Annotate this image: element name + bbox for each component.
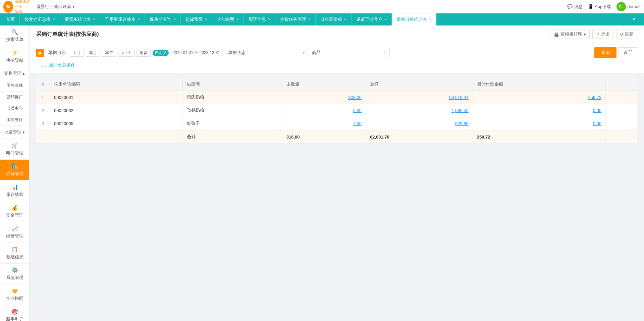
row-quantity[interactable]: 303.00 [282,91,366,104]
logo-line1: 畅捷通好生意 [15,0,33,9]
footer-extra [606,130,637,144]
goods-input[interactable]: ··· [323,48,390,57]
sidebar-item-retail-mgmt[interactable]: 零售管理 ▲ [0,67,29,80]
sidebar-item-label: 会员中心 [7,106,23,111]
page-header-actions: 🖨️ 按模板打印 ▾ ↗ 导出 ↺ 刷新 [550,30,637,39]
tab-close-icon[interactable]: × [93,17,95,22]
sidebar-item-operations[interactable]: 📈 经营管理 [0,222,29,243]
tab-home[interactable]: 首页 [1,13,20,25]
row-amount[interactable]: 525.80 [366,117,473,130]
message-button[interactable]: 💬 消息 [567,4,583,10]
search-button[interactable]: 查询 [594,47,616,58]
message-label: 消息 [574,4,583,10]
custom-date-tag[interactable]: 自定义 [153,50,169,56]
tab-close-icon[interactable]: × [173,17,176,22]
tab-purchase-order-stat[interactable]: 采购订单统计表 × [392,13,436,25]
maximize-icon[interactable]: □ [638,16,641,22]
date-btn-last-7-days[interactable]: 近7天 [118,49,135,57]
tab-cost-adjust[interactable]: 成本调整单 × [316,13,352,25]
close-all-tabs-icon[interactable]: × [632,16,635,22]
column-settings-icon[interactable]: ⚙ [40,82,46,87]
tab-label: 可用量库存账本 [105,16,136,22]
sidebar-item-ecommerce[interactable]: 🛒 电商管理 [0,139,29,160]
phone-icon: 📱 [588,4,593,9]
refresh-button[interactable]: ↺ 刷新 [616,30,637,39]
logo-line2: 标版 [15,9,33,14]
date-btn-last-month[interactable]: 上月 [70,49,84,57]
tab-pick-task[interactable]: 拣货任务管理 × [275,13,316,25]
tab-close-icon[interactable]: × [308,17,311,22]
tab-close-icon[interactable]: × [268,17,270,22]
tab-available-inv[interactable]: 可用量库存账本 × [100,13,145,25]
sidebar-item-retail-stat[interactable]: 零售统计 [0,114,29,126]
content-area: 采购订单统计表(按供应商) 🖨️ 按模板打印 ▾ ↗ 导出 ↺ 刷新 [30,25,644,321]
sidebar-item-enterprise-collab[interactable]: 🤝 企业协同 [0,284,29,305]
table-row: 1 00020001 惠氏奶粉 303.00 60,519.44 259.72 [36,91,637,104]
inventory-icon: 📊 [11,184,18,190]
tab-close-icon[interactable]: × [384,17,387,22]
tab-close-icon[interactable]: × [205,17,207,22]
row-amount[interactable]: 1,586.52 [366,104,473,117]
sidebar-item-system[interactable]: ⚙️ 系统管理 [0,264,29,284]
printer-icon: 🖨️ [554,32,559,37]
workspace-selector[interactable]: 母婴行业演示账套 ▾ [36,4,564,10]
row-quantity[interactable]: 6.00 [282,104,366,117]
tab-close-icon[interactable]: × [138,17,140,22]
sidebar-item-inventory[interactable]: 📊 库存核算 [0,180,29,201]
sidebar-item-label: 库存核算 [6,192,23,198]
tab-close-icon[interactable]: × [429,17,431,22]
sidebar-item-newbie-guide[interactable]: 🎯 新手引导 [0,305,29,321]
message-icon: 💬 [567,4,573,9]
row-amount[interactable]: 60,519.44 [366,91,473,104]
sidebar-item-marketing[interactable]: 营销推广 [0,92,29,103]
user-profile[interactable]: Ea demo2 [616,2,641,11]
purchase-icon: 🛍️ [11,163,18,169]
sidebar-item-finance[interactable]: 💰 资金管理 [0,201,29,222]
date-btn-this-year[interactable]: 本年 [102,49,116,57]
tab-function-desc[interactable]: 功能说明 × [212,13,244,25]
tab-close-icon[interactable]: × [236,17,239,22]
row-paid[interactable]: 259.72 [473,91,605,104]
tab-shelf-life[interactable]: 保质期查询 × [145,13,181,25]
tab-close-icon[interactable]: × [53,17,55,22]
sidebar-item-quicknav[interactable]: ⚡ 快捷导航 [0,46,29,67]
sidebar-item-label: 零售统计 [7,117,23,123]
row-paid[interactable]: 0.00 [473,104,605,117]
tab-overstock-warning[interactable]: 超储预警 × [181,13,212,25]
sidebar-item-basicinfo[interactable]: 📋 基础信息 [0,243,29,264]
purchase-order-table: ⚙ 往来单位编码 供应商 主数量 金额 [36,78,637,144]
sidebar-item-member[interactable]: 会员中心 [0,103,29,114]
tab-close-icon[interactable]: × [344,17,346,22]
sidebar-item-wholesale-mgmt[interactable]: 批发管理 ▼ [0,126,29,139]
table-row: 2 00020002 飞鹤奶粉 6.00 1,586.52 0.00 [36,104,637,117]
expand-more-button[interactable]: ⌄⌄ 展开更多条件 [36,61,637,69]
system-icon: ⚙️ [11,267,18,273]
date-btn-this-month[interactable]: 本月 [86,49,100,57]
nav-tabs-actions: × □ [632,16,643,22]
page-title: 采购订单统计表(按供应商) [36,31,99,38]
filter-toggle-button[interactable]: ▶ [36,49,44,57]
sidebar-item-label: 搜索菜单 [6,37,23,43]
app-download-button[interactable]: 📱 App下载 [588,4,611,10]
date-btn-more[interactable]: 更多 [137,49,151,57]
status-select[interactable]: ▾ [248,48,308,57]
sidebar-item-retail-mall[interactable]: 零售商城 [0,80,29,92]
export-label: 导出 [601,31,610,37]
tab-order-stat[interactable]: 要货单统计表 × [60,13,100,25]
filter-area: ▶ 单据日期 上月 本月 本年 近7天 更多 自定义 2016-01-01 至 … [30,43,644,74]
tab-label: 成本调整单 [320,16,342,22]
more-dots-icon[interactable]: ··· [382,50,387,56]
row-quantity[interactable]: 7.00 [282,117,366,130]
tab-invite-downstream[interactable]: 邀请下游客户 × [352,13,392,25]
tab-receive-send[interactable]: 收发存汇总表 × [20,13,60,25]
setting-button[interactable]: 设置 [619,47,637,58]
sidebar-item-search[interactable]: 🔍 搜索菜单 [0,25,29,46]
logo-icon: 畅 [3,1,13,13]
template-print-button[interactable]: 🖨️ 按模板打印 ▾ [550,30,590,39]
row-paid[interactable]: 0.00 [473,117,605,130]
sidebar-item-purchase[interactable]: 🛍️ 采购管理 [0,160,29,180]
tab-label: 超储预警 [185,16,203,22]
row-code: 00020005 [50,117,183,130]
export-button[interactable]: ↗ 导出 [592,30,613,39]
tab-config-info[interactable]: 配置信息 × [244,13,275,25]
